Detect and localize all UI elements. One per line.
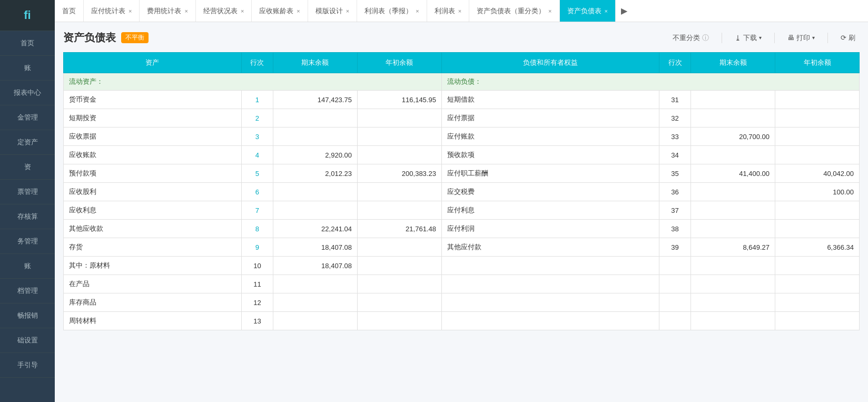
right-item-name[interactable]: 应付账款 xyxy=(441,128,659,146)
right-item-name[interactable]: 预收款项 xyxy=(441,146,659,164)
right-item-name[interactable] xyxy=(441,312,659,330)
sidebar-item-report-center[interactable]: 报表中心 xyxy=(0,81,55,105)
left-beg-amount[interactable] xyxy=(357,238,441,257)
left-end-amount[interactable] xyxy=(273,109,357,128)
left-beg-amount[interactable] xyxy=(357,183,441,201)
left-item-name[interactable]: 应收票据 xyxy=(64,128,242,146)
tab-template-design[interactable]: 模版设计 × xyxy=(308,0,357,22)
left-item-name[interactable]: 短期投资 xyxy=(64,109,242,128)
left-item-name[interactable]: 其中：原材料 xyxy=(64,257,242,275)
tab-profit[interactable]: 利润表 × xyxy=(427,0,469,22)
right-item-name[interactable]: 应付利息 xyxy=(441,201,659,220)
tab-close-profit[interactable]: × xyxy=(458,8,461,14)
right-beg-amount[interactable] xyxy=(775,128,860,146)
tab-close-template-design[interactable]: × xyxy=(346,8,349,14)
sidebar-item-tax-mgmt[interactable]: 务管理 xyxy=(0,229,55,254)
tab-close-balance[interactable]: × xyxy=(605,8,608,14)
right-beg-amount[interactable]: 6,366.34 xyxy=(775,238,860,257)
right-end-amount[interactable] xyxy=(691,91,775,109)
left-beg-amount[interactable] xyxy=(357,312,441,330)
right-item-name[interactable]: 短期借款 xyxy=(441,91,659,109)
right-beg-amount[interactable] xyxy=(775,91,860,109)
right-beg-amount[interactable]: 100.00 xyxy=(775,183,860,201)
left-item-name[interactable]: 预付款项 xyxy=(64,164,242,183)
tab-close-payable-stat[interactable]: × xyxy=(129,8,132,14)
right-item-name[interactable] xyxy=(441,275,659,293)
left-end-amount[interactable] xyxy=(273,201,357,220)
sidebar-item-ledger[interactable]: 账 xyxy=(0,254,55,279)
right-beg-amount[interactable] xyxy=(775,146,860,164)
left-beg-amount[interactable] xyxy=(357,146,441,164)
left-end-amount[interactable] xyxy=(273,312,357,330)
right-item-name[interactable]: 应付利润 xyxy=(441,220,659,238)
tab-payable-stat[interactable]: 应付统计表 × xyxy=(84,0,140,22)
no-reclassify-action[interactable]: 不重分类 ⓘ xyxy=(668,31,713,45)
left-end-amount[interactable]: 18,407.08 xyxy=(273,238,357,257)
left-end-amount[interactable] xyxy=(273,183,357,201)
left-beg-amount[interactable] xyxy=(357,275,441,293)
left-end-amount[interactable]: 2,920.00 xyxy=(273,146,357,164)
right-beg-amount[interactable] xyxy=(775,293,860,312)
right-end-amount[interactable]: 41,400.00 xyxy=(691,164,775,183)
sidebar-item-doc-mgmt[interactable]: 档管理 xyxy=(0,279,55,303)
left-beg-amount[interactable] xyxy=(357,128,441,146)
tab-home[interactable]: 首页 xyxy=(55,0,84,22)
right-beg-amount[interactable] xyxy=(775,257,860,275)
sidebar-item-fixed-assets[interactable]: 定资产 xyxy=(0,130,55,155)
right-end-amount[interactable] xyxy=(691,146,775,164)
left-beg-amount[interactable] xyxy=(357,109,441,128)
tab-more-button[interactable]: ▶ xyxy=(616,6,633,16)
left-item-name[interactable]: 其他应收款 xyxy=(64,220,242,238)
right-beg-amount[interactable] xyxy=(775,201,860,220)
sidebar-item-home[interactable]: 首页 xyxy=(0,31,55,56)
left-item-name[interactable]: 存货 xyxy=(64,238,242,257)
right-end-amount[interactable] xyxy=(691,312,775,330)
left-item-name[interactable]: 周转材料 xyxy=(64,312,242,330)
left-beg-amount[interactable]: 116,145.95 xyxy=(357,91,441,109)
right-end-amount[interactable] xyxy=(691,183,775,201)
right-item-name[interactable]: 其他应付款 xyxy=(441,238,659,257)
sidebar-item-base-settings[interactable]: 础设置 xyxy=(0,328,55,353)
right-item-name[interactable]: 应付职工薪酬 xyxy=(441,164,659,183)
left-beg-amount[interactable] xyxy=(357,201,441,220)
sidebar-item-expense[interactable]: 畅报销 xyxy=(0,303,55,328)
right-end-amount[interactable] xyxy=(691,293,775,312)
left-beg-amount[interactable]: 21,761.48 xyxy=(357,220,441,238)
left-end-amount[interactable]: 22,241.04 xyxy=(273,220,357,238)
right-end-amount[interactable]: 20,700.00 xyxy=(691,128,775,146)
help-icon[interactable]: ⓘ xyxy=(702,33,709,43)
left-beg-amount[interactable] xyxy=(357,257,441,275)
sidebar-item-account[interactable]: 账 xyxy=(0,56,55,81)
left-end-amount[interactable]: 18,407.08 xyxy=(273,257,357,275)
left-item-name[interactable]: 库存商品 xyxy=(64,293,242,312)
tab-balance-reclassified[interactable]: 资产负债表（重分类） × xyxy=(469,0,559,22)
tab-close-balance-reclassified[interactable]: × xyxy=(548,8,551,14)
left-end-amount[interactable] xyxy=(273,293,357,312)
right-end-amount[interactable] xyxy=(691,109,775,128)
tab-profit-quarterly[interactable]: 利润表（季报） × xyxy=(357,0,427,22)
tab-receivable-aging[interactable]: 应收账龄表 × xyxy=(252,0,308,22)
sidebar-item-fund-mgmt[interactable]: 金管理 xyxy=(0,105,55,130)
left-item-name[interactable]: 应收股利 xyxy=(64,183,242,201)
left-end-amount[interactable] xyxy=(273,275,357,293)
left-item-name[interactable]: 应收账款 xyxy=(64,146,242,164)
right-item-name[interactable] xyxy=(441,293,659,312)
left-end-amount[interactable] xyxy=(273,128,357,146)
tab-close-profit-quarterly[interactable]: × xyxy=(416,8,419,14)
left-item-name[interactable]: 应收利息 xyxy=(64,201,242,220)
tab-close-biz-status[interactable]: × xyxy=(241,8,244,14)
right-end-amount[interactable] xyxy=(691,257,775,275)
left-beg-amount[interactable] xyxy=(357,293,441,312)
right-beg-amount[interactable] xyxy=(775,275,860,293)
tab-biz-status[interactable]: 经营状况表 × xyxy=(196,0,252,22)
right-end-amount[interactable] xyxy=(691,201,775,220)
right-beg-amount[interactable]: 40,042.00 xyxy=(775,164,860,183)
tab-expense-stat[interactable]: 费用统计表 × xyxy=(140,0,195,22)
left-end-amount[interactable]: 2,012.23 xyxy=(273,164,357,183)
right-beg-amount[interactable] xyxy=(775,220,860,238)
right-item-name[interactable]: 应交税费 xyxy=(441,183,659,201)
tab-balance[interactable]: 资产负债表 × xyxy=(560,0,616,22)
sidebar-item-asset[interactable]: 资 xyxy=(0,155,55,180)
right-beg-amount[interactable] xyxy=(775,312,860,330)
right-end-amount[interactable] xyxy=(691,275,775,293)
